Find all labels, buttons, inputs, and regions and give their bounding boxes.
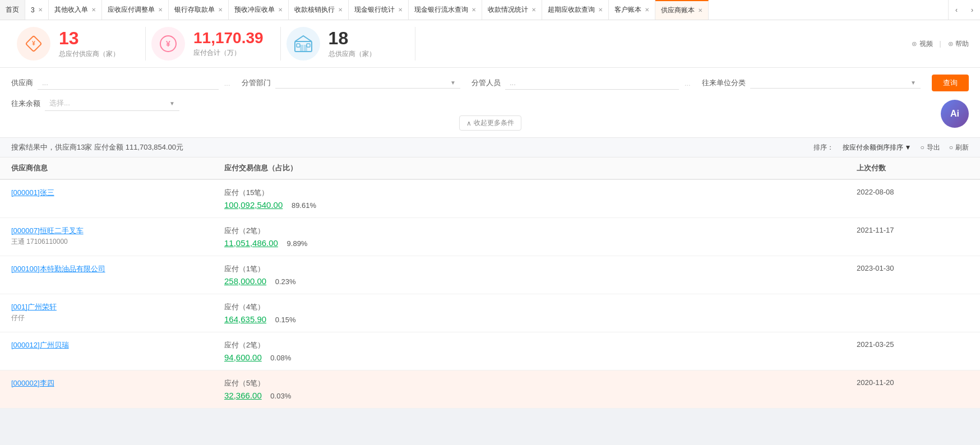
chevron-down-icon: ▼ bbox=[169, 100, 175, 106]
coin-icon: ¥ bbox=[158, 34, 178, 54]
payable-header: 应付（1笔） bbox=[224, 264, 857, 274]
nav-customer-ledger[interactable]: 客户账本 ✕ bbox=[609, 0, 655, 20]
nav-cash-bank-flow[interactable]: 现金银行流水查询 ✕ bbox=[409, 0, 482, 20]
nav-collection-exec[interactable]: 收款核销执行 ✕ bbox=[289, 0, 349, 20]
nav-ar-ap-adjust[interactable]: 应收应付调整单 ✕ bbox=[102, 0, 169, 20]
close-icon[interactable]: ✕ bbox=[38, 7, 43, 13]
supplier-link[interactable]: [000001]张三 bbox=[11, 188, 224, 198]
video-help-btn[interactable]: ⊙ 视频 bbox=[912, 39, 932, 49]
payable-amount[interactable]: 11,051,486.00 bbox=[224, 238, 278, 248]
shop-icon bbox=[292, 34, 315, 54]
chevron-down-icon: ▼ bbox=[450, 80, 456, 86]
supplier-link[interactable]: [000002]李四 bbox=[11, 378, 224, 388]
stat3-label: 总供应商（家） bbox=[329, 49, 376, 59]
stat2-content: 11,170.39 应付合计（万） bbox=[193, 30, 264, 58]
nav-collection-stats[interactable]: 收款情况统计 ✕ bbox=[482, 0, 542, 20]
stats-bar: ¥ 13 总应付供应商（家） ¥ 11,170.39 应付合计（万） bbox=[0, 20, 980, 68]
supplier-link[interactable]: [001]广州荣轩 bbox=[11, 302, 224, 312]
supplier-cell: [000007]恒旺二手叉车 王通 17106110000 bbox=[11, 226, 224, 247]
balance-select[interactable]: 选择... ▼ bbox=[45, 96, 179, 111]
diamond-icon: ¥ bbox=[24, 34, 44, 54]
close-icon[interactable]: ✕ bbox=[698, 7, 702, 13]
result-actions: 排序： 按应付余额倒序排序 ▼ ○ 导出 ○ 刷新 bbox=[813, 143, 969, 152]
export-button[interactable]: ○ 导出 bbox=[921, 143, 940, 152]
supplier-link[interactable]: [000007]恒旺二手叉车 bbox=[11, 226, 224, 236]
supplier-link[interactable]: [000012]广州贝瑞 bbox=[11, 340, 224, 350]
search-button[interactable]: 查询 bbox=[932, 75, 969, 91]
close-icon[interactable]: ✕ bbox=[645, 7, 649, 13]
refresh-button[interactable]: ○ 刷新 bbox=[949, 143, 969, 152]
supplier-cell: [000012]广州贝瑞 bbox=[11, 340, 224, 350]
nav-other-income[interactable]: 其他收入单 ✕ bbox=[49, 0, 102, 20]
svg-rect-7 bbox=[297, 44, 300, 47]
table-row: [000007]恒旺二手叉车 王通 17106110000 应付（2笔） 11,… bbox=[0, 218, 980, 256]
ai-badge[interactable]: Ai bbox=[941, 100, 969, 128]
close-icon[interactable]: ✕ bbox=[598, 7, 603, 13]
dept-select[interactable]: ▼ bbox=[275, 77, 461, 89]
close-icon[interactable]: ✕ bbox=[91, 7, 96, 13]
payable-header: 应付（5笔） bbox=[224, 378, 857, 388]
nav-bank-deposit[interactable]: 银行存取款单 ✕ bbox=[169, 0, 229, 20]
balance-label: 往来余额 bbox=[11, 99, 40, 109]
payable-amount-row: 32,366.00 0.03% bbox=[224, 391, 857, 400]
collapse-button[interactable]: ∧ 收起更多条件 bbox=[459, 115, 521, 131]
nav-cash-bank-stats[interactable]: 现金银行统计 ✕ bbox=[349, 0, 409, 20]
payable-percent: 0.03% bbox=[270, 392, 291, 400]
supplier-input[interactable] bbox=[38, 76, 219, 90]
help-btn[interactable]: ⊙ 帮助 bbox=[948, 39, 969, 49]
payable-percent: 0.15% bbox=[275, 316, 296, 324]
nav-prev-arrow[interactable]: ‹ bbox=[949, 0, 964, 20]
nav-tab-3[interactable]: 3 ✕ bbox=[25, 0, 49, 20]
payable-percent: 0.23% bbox=[275, 277, 296, 286]
nav-overdue-query[interactable]: 超期应收款查询 ✕ bbox=[542, 0, 609, 20]
nav-home[interactable]: 首页 bbox=[0, 0, 25, 20]
supplier-link[interactable]: [000100]本特勤油品有限公司 bbox=[11, 264, 224, 274]
stat-total-suppliers: 18 总供应商（家） bbox=[281, 27, 415, 61]
payable-cell: 应付（1笔） 258,000.00 0.23% bbox=[224, 264, 857, 286]
unit-category-select[interactable]: ▼ bbox=[750, 77, 921, 89]
close-icon[interactable]: ✕ bbox=[531, 7, 536, 13]
person-input-dots: ... bbox=[685, 79, 691, 87]
header-payable: 应付交易信息（占比） bbox=[224, 163, 857, 173]
payable-amount-icon: ¥ bbox=[151, 27, 185, 61]
payable-amount-row: 100,092,540.00 89.61% bbox=[224, 200, 857, 210]
close-icon[interactable]: ✕ bbox=[471, 7, 476, 13]
payable-amount-row: 258,000.00 0.23% bbox=[224, 276, 857, 286]
result-bar: 搜索结果中，供应商13家 应付金额 111,703,854.00元 排序： 按应… bbox=[0, 138, 980, 157]
sort-select[interactable]: 按应付余额倒序排序 ▼ bbox=[843, 143, 912, 152]
supplier-cell: [000002]李四 bbox=[11, 378, 224, 388]
lastpay-date: 2021-03-25 bbox=[857, 340, 894, 349]
supplier-sub: 仔仔 bbox=[11, 313, 224, 323]
close-icon[interactable]: ✕ bbox=[218, 7, 223, 13]
main-table: 供应商信息 应付交易信息（占比） 上次付数 [000001]张三 应付（15笔）… bbox=[0, 157, 980, 409]
lastpay-cell: 2022-08-08 bbox=[857, 188, 969, 196]
close-icon[interactable]: ✕ bbox=[278, 7, 283, 13]
payable-amount[interactable]: 100,092,540.00 bbox=[224, 200, 283, 210]
close-icon[interactable]: ✕ bbox=[398, 7, 403, 13]
payable-amount[interactable]: 32,366.00 bbox=[224, 391, 262, 400]
supplier-cell: [001]广州荣轩 仔仔 bbox=[11, 302, 224, 323]
payable-amount[interactable]: 258,000.00 bbox=[224, 276, 266, 286]
stats-help: ⊙ 视频 | ⊙ 帮助 bbox=[912, 39, 969, 49]
filter-row-1: 供应商 ... 分管部门 ▼ 分管人员 ... 往来单位分类 bbox=[11, 75, 969, 91]
payable-amount-row: 164,635.90 0.15% bbox=[224, 314, 857, 324]
nav-prepaid-collect[interactable]: 预收冲应收单 ✕ bbox=[229, 0, 289, 20]
svg-text:¥: ¥ bbox=[32, 40, 35, 47]
nav-supplier-ledger[interactable]: 供应商账本 ✕ bbox=[655, 0, 709, 20]
close-icon[interactable]: ✕ bbox=[158, 7, 163, 13]
payable-cell: 应付（2笔） 94,600.00 0.08% bbox=[224, 340, 857, 362]
store-icon bbox=[286, 27, 320, 61]
unit-category-label: 往来单位分类 bbox=[702, 78, 746, 88]
payable-amount[interactable]: 164,635.90 bbox=[224, 314, 266, 324]
person-input[interactable] bbox=[505, 76, 679, 90]
close-icon[interactable]: ✕ bbox=[338, 7, 343, 13]
payable-amount[interactable]: 94,600.00 bbox=[224, 353, 262, 362]
filter-unit-category: 往来单位分类 ▼ bbox=[702, 77, 921, 89]
nav-next-arrow[interactable]: › bbox=[964, 0, 980, 20]
lastpay-date: 2022-08-08 bbox=[857, 188, 894, 196]
lastpay-cell: 2020-11-20 bbox=[857, 378, 969, 387]
payable-percent: 89.61% bbox=[292, 201, 316, 210]
filter-row-2: 往来余额 选择... ▼ bbox=[11, 96, 179, 111]
payable-cell: 应付（5笔） 32,366.00 0.03% bbox=[224, 378, 857, 400]
lastpay-cell: 2023-01-30 bbox=[857, 264, 969, 272]
